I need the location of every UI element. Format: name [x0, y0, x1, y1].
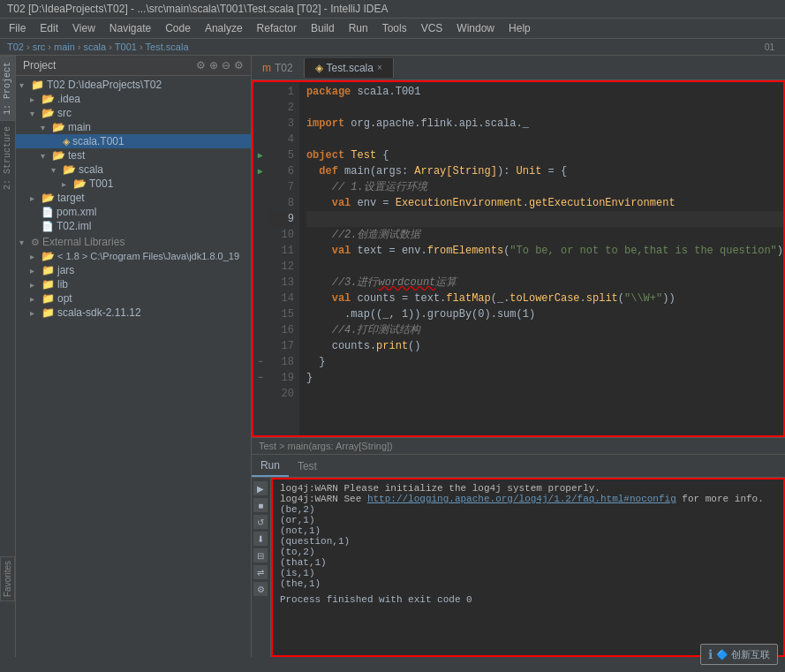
run-arrow-5[interactable]: ▶	[258, 150, 263, 161]
menu-item-analyze[interactable]: Analyze	[200, 20, 248, 36]
menu-item-window[interactable]: Window	[451, 20, 500, 36]
log4j-link[interactable]: http://logging.apache.org/log4j/1.2/faq.…	[367, 494, 676, 504]
bottom-panel: Run Test ▶ ■ ↺ ⬇ ⊟ ⇌ ⚙	[252, 454, 785, 657]
tree-item-main[interactable]: ▾ 📂 main	[16, 120, 251, 134]
side-tab-structure[interactable]: 2: Structure	[0, 120, 15, 195]
menu-item-file[interactable]: File	[4, 20, 31, 36]
tree-item-jdk[interactable]: ▸ 📂 < 1.8 > C:\Program Files\Java\jdk1.8…	[16, 249, 251, 263]
tree-item-t001[interactable]: ▸ 📂 T001	[16, 177, 251, 191]
project-collapse-icon[interactable]: ⊖	[222, 59, 230, 72]
tree-item-root[interactable]: ▾ 📁 T02 D:\IdeaProjects\T02	[16, 78, 251, 92]
console-line-warn1: log4j:WARN Please initialize the log4j s…	[280, 483, 776, 494]
t001-folder-icon: 📂	[73, 177, 87, 190]
idea-folder-icon: 📂	[42, 93, 55, 105]
project-gear-icon[interactable]: ⚙	[234, 59, 244, 72]
console-line-question: (question,1)	[280, 536, 776, 547]
tab-test-scala[interactable]: ◈ Test.scala ×	[305, 58, 394, 78]
tree-item-jars[interactable]: ▸ 📁 jars	[16, 263, 251, 277]
code-line-3: import org.apache.flink.api.scala._	[306, 116, 783, 132]
menu-item-refactor[interactable]: Refactor	[252, 20, 302, 36]
code-line-12	[306, 259, 783, 275]
tree-item-target[interactable]: ▸ 📂 target	[16, 191, 251, 205]
bottom-tab-run[interactable]: Run	[252, 456, 289, 477]
side-tab-project[interactable]: 1: Project	[0, 56, 15, 120]
menu-item-code[interactable]: Code	[160, 20, 196, 36]
collapse-19[interactable]: −	[258, 374, 262, 382]
main-folder-icon: 📂	[52, 121, 65, 133]
scroll-end-button[interactable]: ⬇	[253, 532, 268, 546]
collapse-18[interactable]: −	[258, 358, 262, 366]
run-arrow-6[interactable]: ▶	[258, 166, 263, 177]
breadcrumb-status-text: Test > main(args: Array[String])	[259, 441, 393, 451]
project-settings-icon[interactable]: ⚙	[196, 59, 206, 72]
console-line-to: (to,2)	[280, 547, 776, 557]
code-line-1: package scala.T001	[306, 84, 783, 100]
tree-item-iml[interactable]: 📄 T02.iml	[16, 219, 251, 233]
stop-button[interactable]: ■	[253, 498, 268, 512]
tab-close-icon[interactable]: ×	[377, 63, 382, 72]
watermark-text: 🔷 创新互联	[716, 648, 770, 661]
tree-item-pom[interactable]: 📄 pom.xml	[16, 205, 251, 219]
watermark: ℹ 🔷 创新互联	[700, 644, 778, 665]
breadcrumb-t001[interactable]: T001	[115, 42, 137, 52]
opt-icon: 📁	[42, 292, 55, 305]
menu-item-tools[interactable]: Tools	[377, 20, 412, 36]
tree-item-lib[interactable]: ▸ 📁 lib	[16, 277, 251, 291]
console-line-is: (is,1)	[280, 568, 776, 578]
breadcrumb-scala[interactable]: scala	[84, 42, 107, 52]
bottom-content: ▶ ■ ↺ ⬇ ⊟ ⇌ ⚙ log4j:WARN Please initiali…	[252, 478, 785, 657]
code-line-18: }	[306, 354, 783, 370]
run-action-buttons: ▶ ■ ↺ ⬇ ⊟ ⇌ ⚙	[252, 478, 271, 657]
lib-icon: 📁	[42, 278, 55, 291]
tree-item-src[interactable]: ▾ 📂 src	[16, 106, 251, 120]
console-line-or: (or,1)	[280, 515, 776, 525]
bottom-tab-test[interactable]: Test	[289, 457, 326, 476]
code-line-4	[306, 132, 783, 147]
settings-run-button[interactable]: ⚙	[253, 582, 268, 596]
wrap-button[interactable]: ⇌	[253, 565, 268, 579]
tree-item-ext-libs[interactable]: ▾ ⚙ External Libraries	[16, 235, 251, 249]
scala-sdk-icon: 📁	[42, 306, 55, 319]
code-line-20	[306, 386, 783, 402]
line-numbers: 1 2 3 4 5 6 7 8 9 10 11 12 13 14 15 16 1	[268, 82, 299, 435]
xml-file-icon: 📄	[42, 207, 54, 218]
tree-item-scala-sdk[interactable]: ▸ 📁 scala-sdk-2.11.12	[16, 306, 251, 320]
code-editor[interactable]: ▶ ▶ − −	[252, 80, 785, 437]
code-line-2	[306, 100, 783, 116]
breadcrumb-main[interactable]: main	[54, 42, 75, 52]
tree-item-scala-t001[interactable]: ◈ scala.T001	[16, 134, 251, 148]
tree-item-test-scala[interactable]: ▾ 📂 scala	[16, 162, 251, 177]
run-button[interactable]: ▶	[253, 481, 268, 495]
console-line-warn2: log4j:WARN See http://logging.apache.org…	[280, 494, 776, 504]
console-exit-code: Process finished with exit code 0	[280, 594, 776, 605]
menu-item-vcs[interactable]: VCS	[416, 20, 449, 36]
console-line-not: (not,1)	[280, 525, 776, 536]
tree-item-test-dir[interactable]: ▾ 📂 test	[16, 148, 251, 162]
menu-item-run[interactable]: Run	[343, 20, 374, 36]
editor-area: m T02 ◈ Test.scala × ▶ ▶	[252, 56, 785, 657]
title-bar: T02 [D:\IdeaProjects\T02] - ...\src\main…	[0, 0, 785, 19]
iml-file-icon: 📄	[42, 221, 54, 232]
rerun-button[interactable]: ↺	[253, 515, 268, 529]
menu-item-help[interactable]: Help	[503, 20, 536, 36]
breadcrumb-file[interactable]: Test.scala	[146, 42, 189, 52]
menu-item-edit[interactable]: Edit	[34, 20, 64, 36]
code-line-19: }	[306, 370, 783, 386]
menu-item-navigate[interactable]: Navigate	[104, 20, 156, 36]
breadcrumb-src[interactable]: src	[33, 42, 46, 52]
code-content[interactable]: package scala.T001 import org.apache.fli…	[299, 82, 783, 435]
tab-m-t02[interactable]: m T02	[252, 58, 305, 78]
code-line-10: //2.创造测试数据	[306, 227, 783, 243]
code-line-7: // 1.设置运行环境	[306, 179, 783, 195]
menu-item-view[interactable]: View	[67, 20, 101, 36]
tree-item-opt[interactable]: ▸ 📁 opt	[16, 291, 251, 306]
code-line-17: counts.print()	[306, 338, 783, 354]
tree-item-idea[interactable]: ▸ 📂 .idea	[16, 92, 251, 106]
project-expand-icon[interactable]: ⊕	[209, 59, 218, 72]
code-line-11: val text = env.fromElements("To be, or n…	[306, 243, 783, 259]
filter-button[interactable]: ⊟	[253, 548, 268, 563]
favorites-tab[interactable]: Favorites	[0, 556, 15, 601]
menu-item-build[interactable]: Build	[306, 20, 340, 36]
console-output[interactable]: log4j:WARN Please initialize the log4j s…	[271, 478, 785, 657]
breadcrumb-t02[interactable]: T02	[7, 42, 24, 52]
